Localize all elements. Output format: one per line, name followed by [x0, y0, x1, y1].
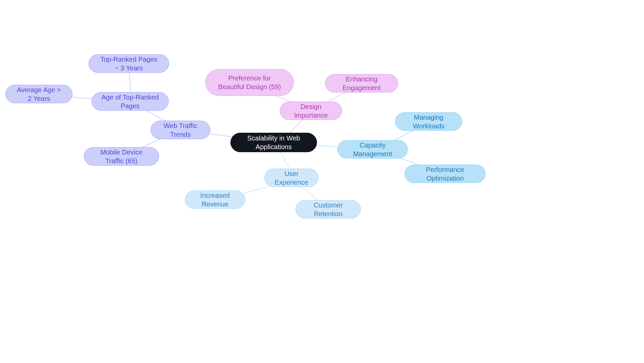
node-capacity-management[interactable]: Capacity Management: [337, 140, 408, 159]
node-web-traffic-trends[interactable]: Web Traffic Trends: [151, 121, 210, 139]
root-node[interactable]: Scalability in Web Applications: [230, 133, 317, 152]
node-top-ranked-3years[interactable]: Top-Ranked Pages ~ 3 Years: [89, 54, 169, 73]
node-increased-revenue[interactable]: Increased Revenue: [185, 190, 245, 209]
node-design-importance[interactable]: Design Importance: [280, 102, 342, 120]
node-average-age[interactable]: Average Age > 2 Years: [5, 85, 72, 103]
node-enhancing-engagement[interactable]: Enhancing Engagement: [325, 74, 398, 93]
node-age-top-ranked-pages[interactable]: Age of Top-Ranked Pages: [92, 92, 169, 111]
node-performance-optimization[interactable]: Performance Optimization: [405, 165, 486, 183]
node-user-experience[interactable]: User Experience: [264, 169, 319, 187]
node-customer-retention[interactable]: Customer Retention: [296, 200, 361, 219]
node-mobile-device-traffic[interactable]: Mobile Device Traffic (65): [84, 147, 159, 166]
node-preference-beautiful-design[interactable]: Preference for Beautiful Design (59): [205, 69, 294, 96]
node-managing-workloads[interactable]: Managing Workloads: [395, 112, 462, 131]
